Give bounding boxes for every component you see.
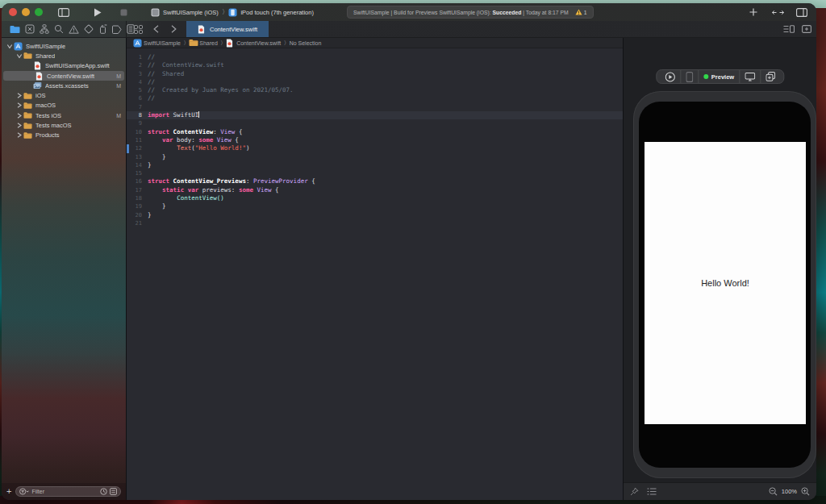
project-navigator-sidebar: SwiftUISampleSharedSwiftUISampleApp.swif…: [2, 38, 127, 500]
scheme-selector[interactable]: SwiftUISample (iOS) 〉 iPod touch (7th ge…: [151, 8, 314, 17]
warning-badge[interactable]: 1: [575, 9, 587, 15]
breadcrumb-separator: 〉: [184, 40, 186, 46]
code-line-10[interactable]: 10struct ContentView: View {: [127, 128, 623, 136]
swift-icon: [35, 72, 44, 81]
code-text: }: [148, 153, 166, 161]
code-line-21[interactable]: 21: [127, 219, 623, 227]
code-line-16[interactable]: 16struct ContentView_Previews: PreviewPr…: [127, 177, 623, 185]
add-file-icon[interactable]: +: [6, 487, 11, 496]
disclosure-closed-icon[interactable]: [16, 123, 23, 129]
disclosure-closed-icon[interactable]: [16, 112, 23, 119]
add-editor-icon[interactable]: [802, 25, 811, 33]
line-number: 12: [127, 144, 148, 152]
code-line-17[interactable]: 17 static var previews: some View {: [127, 186, 623, 194]
zoom-window-button[interactable]: [35, 8, 43, 16]
code-line-8[interactable]: 8import SwiftUI: [127, 111, 623, 119]
code-line-1[interactable]: 1//: [127, 53, 623, 61]
activity-status[interactable]: SwiftUISample | Build for Previews Swift…: [347, 6, 594, 19]
assets-icon: [33, 81, 42, 90]
line-number: 1: [127, 53, 148, 61]
adjust-editor-options-icon[interactable]: [783, 25, 795, 33]
minimize-window-button[interactable]: [22, 8, 30, 16]
tab-label: ContentView.swift: [210, 26, 257, 33]
breadcrumb-item[interactable]: ContentView.swift: [236, 40, 281, 46]
tree-item-macos[interactable]: macOS: [2, 101, 126, 110]
code-line-18[interactable]: 18 ContentView(): [127, 194, 623, 202]
disclosure-closed-icon[interactable]: [16, 132, 23, 139]
debug-navigator-icon[interactable]: [98, 24, 107, 35]
tree-item-shared[interactable]: Shared: [2, 51, 126, 60]
app-icon: [133, 39, 140, 47]
breadcrumb-item[interactable]: SwiftUISample: [144, 40, 181, 46]
code-line-14[interactable]: 14}: [127, 161, 623, 169]
code-line-6[interactable]: 6//: [127, 94, 623, 102]
tree-item-tests-macos[interactable]: Tests macOS: [2, 120, 126, 130]
filter-field[interactable]: Filter: [15, 486, 121, 497]
code-line-20[interactable]: 20}: [127, 211, 623, 219]
preview-display-button[interactable]: [739, 70, 760, 83]
code-line-19[interactable]: 19 }: [127, 202, 623, 210]
tree-item-assets-xcassets[interactable]: Assets.xcassetsM: [2, 81, 126, 90]
code-text: }: [148, 161, 152, 169]
search-navigator-icon[interactable]: [54, 24, 64, 35]
go-back-icon[interactable]: [149, 23, 162, 35]
issue-navigator-icon[interactable]: [69, 24, 79, 35]
code-text: static var previews: some View {: [148, 186, 279, 194]
zoom-out-icon[interactable]: [769, 487, 778, 496]
library-plus-icon[interactable]: [745, 6, 761, 19]
filter-icon: [19, 488, 29, 495]
go-forward-icon[interactable]: [167, 23, 180, 35]
stop-button[interactable]: [115, 6, 131, 19]
scheme-separator: 〉: [223, 8, 225, 16]
code-line-5[interactable]: 5// Created by Juan Reyes on 2021/05/07.: [127, 86, 623, 94]
jump-bar-breadcrumb[interactable]: SwiftUISample〉Shared〉ContentView.swift〉N…: [127, 38, 623, 48]
breadcrumb-item[interactable]: No Selection: [290, 40, 322, 46]
recent-files-clock-icon[interactable]: [100, 488, 107, 495]
navigator-bar: [2, 21, 127, 37]
toggle-inspector-icon[interactable]: [794, 6, 810, 19]
code-line-4[interactable]: 4//: [127, 78, 623, 86]
test-navigator-icon[interactable]: [84, 24, 94, 35]
breakpoint-navigator-icon[interactable]: [112, 24, 122, 35]
tree-item-ios[interactable]: iOS: [2, 90, 126, 100]
disclosure-closed-icon[interactable]: [16, 93, 23, 99]
text-cursor: [198, 111, 199, 118]
tab-contentview-swift[interactable]: ContentView.swift: [186, 21, 269, 37]
tree-item-tests-ios[interactable]: Tests iOSM: [2, 110, 126, 120]
code-line-11[interactable]: 11 var body: some View {: [127, 136, 623, 144]
zoom-in-icon[interactable]: [801, 487, 810, 496]
disclosure-closed-icon[interactable]: [16, 102, 23, 109]
duplicate-preview-button[interactable]: [760, 70, 780, 83]
app-preview-screen[interactable]: Hello World!: [645, 142, 806, 424]
hello-world-text: Hello World!: [701, 278, 749, 288]
preview-list-icon[interactable]: [647, 488, 657, 495]
source-control-navigator-icon[interactable]: [25, 24, 35, 35]
source-control-status-icon[interactable]: [110, 488, 117, 495]
close-window-button[interactable]: [9, 8, 17, 16]
code-line-2[interactable]: 2// ContentView.swift: [127, 61, 623, 69]
code-line-15[interactable]: 15: [127, 169, 623, 177]
code-area[interactable]: 1//2// ContentView.swift3// Shared4//5//…: [127, 48, 623, 500]
code-line-13[interactable]: 13 }: [127, 153, 623, 161]
tree-item-swiftuisample[interactable]: SwiftUISample: [2, 41, 126, 51]
related-items-icon[interactable]: [131, 23, 144, 35]
code-line-9[interactable]: 9: [127, 119, 623, 127]
live-preview-button[interactable]: [660, 70, 680, 83]
code-line-12[interactable]: 12 Text("Hello World!"): [127, 144, 623, 152]
toggle-navigator-icon[interactable]: [56, 6, 72, 19]
symbol-navigator-icon[interactable]: [40, 24, 49, 35]
run-button[interactable]: [90, 6, 106, 19]
preview-on-device-button[interactable]: [680, 70, 698, 83]
code-line-3[interactable]: 3// Shared: [127, 70, 623, 78]
source-editor: SwiftUISample〉Shared〉ContentView.swift〉N…: [127, 38, 623, 500]
code-line-7[interactable]: 7: [127, 103, 623, 111]
pin-preview-icon[interactable]: [630, 487, 639, 496]
disclosure-open-icon[interactable]: [6, 43, 13, 49]
editor-arrows-icon[interactable]: [770, 6, 786, 19]
disclosure-open-icon[interactable]: [16, 52, 23, 59]
project-navigator-icon[interactable]: [10, 24, 20, 35]
tree-item-products[interactable]: Products: [2, 131, 126, 140]
breadcrumb-item[interactable]: Shared: [199, 40, 218, 46]
tree-item-swiftuisampleapp-swift[interactable]: SwiftUISampleApp.swift: [2, 61, 126, 71]
tree-item-contentview-swift[interactable]: ContentView.swiftM: [3, 71, 124, 81]
